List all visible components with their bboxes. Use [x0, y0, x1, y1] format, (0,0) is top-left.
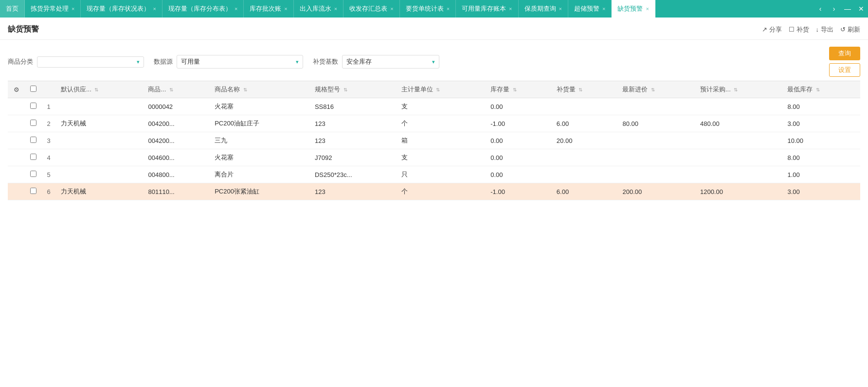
row-replenish-1 — [552, 98, 618, 115]
row-latest-price-6: 200.00 — [617, 183, 695, 200]
filter-actions: 查询 设置 — [829, 47, 860, 77]
close-tab-batch[interactable]: × — [284, 6, 287, 12]
column-stock[interactable]: 库存量 ⇅ — [486, 81, 552, 98]
shortage-table: ⚙ 默认供应... ⇅ 商品... ⇅ 商品名称 — [8, 81, 860, 200]
row-supplier-1 — [56, 98, 143, 115]
close-tab-inventory-status[interactable]: × — [153, 6, 156, 12]
replenish-button[interactable]: ☐ 补货 — [789, 25, 809, 34]
header-actions: ↗ 分享 ☐ 补货 ↓ 导出 ↺ 刷新 — [762, 25, 861, 34]
row-spec-1: SS816 — [310, 98, 397, 115]
column-name[interactable]: 商品名称 ⇅ — [210, 81, 310, 98]
row-checkbox-6[interactable] — [30, 188, 36, 194]
column-checkbox[interactable] — [25, 81, 41, 98]
row-checkbox-4[interactable] — [30, 154, 36, 160]
refresh-icon: ↺ — [840, 26, 846, 33]
row-num-3: 3 — [41, 132, 56, 149]
row-stock-1: 0.00 — [486, 98, 552, 115]
replenish-base-select[interactable]: 安全库存 ▾ — [342, 55, 439, 69]
row-code-5: 004800... — [143, 166, 210, 183]
row-checkbox-cell-3[interactable] — [25, 132, 41, 149]
nav-arrow-right[interactable]: › — [827, 0, 841, 18]
row-checkbox-3[interactable] — [30, 137, 36, 143]
tab-expiry[interactable]: 保质期查询 × — [519, 0, 568, 18]
sort-name-icon: ⇅ — [243, 87, 247, 92]
sort-latest-price-icon: ⇅ — [651, 87, 655, 92]
select-all-checkbox[interactable] — [30, 86, 36, 92]
row-supplier-6: 力天机械 — [56, 183, 143, 200]
close-tab-overstock[interactable]: × — [602, 6, 605, 12]
column-estimated-purchase[interactable]: 预计采购... ⇅ — [695, 81, 782, 98]
row-settings-1 — [8, 98, 25, 115]
nav-pin[interactable]: — — [841, 0, 854, 18]
close-tab-inout[interactable]: × — [334, 6, 337, 12]
row-latest-price-3 — [617, 132, 695, 149]
datasource-select[interactable]: 可用量 ▾ — [177, 55, 303, 69]
close-tab-requisition[interactable]: × — [447, 6, 450, 12]
row-checkbox-cell-5[interactable] — [25, 166, 41, 183]
share-button[interactable]: ↗ 分享 — [762, 25, 782, 34]
column-latest-price[interactable]: 最新进价 ⇅ — [617, 81, 695, 98]
tab-home[interactable]: 首页 — [0, 0, 25, 18]
column-spec[interactable]: 规格型号 ⇅ — [310, 81, 397, 98]
row-checkbox-5[interactable] — [30, 171, 36, 177]
refresh-button[interactable]: ↺ 刷新 — [840, 25, 860, 34]
tab-summary[interactable]: 收发存汇总表 × — [344, 0, 399, 18]
row-name-5: 离合片 — [210, 166, 310, 183]
column-min-stock[interactable]: 最低库存 ⇅ — [782, 81, 860, 98]
category-select[interactable]: ▾ — [37, 56, 144, 68]
close-tab-expiry[interactable]: × — [559, 6, 562, 12]
row-estimated-purchase-4 — [695, 149, 782, 166]
tab-batch[interactable]: 库存批次账 × — [244, 0, 293, 18]
row-num-1: 1 — [41, 98, 56, 115]
row-checkbox-2[interactable] — [30, 120, 36, 126]
nav-close-all[interactable]: ✕ — [854, 0, 868, 18]
page-title: 缺货预警 — [8, 24, 39, 35]
column-unit[interactable]: 主计量单位 ⇅ — [397, 81, 486, 98]
sort-unit-icon: ⇅ — [436, 87, 440, 92]
row-checkbox-cell-2[interactable] — [25, 115, 41, 132]
column-settings[interactable]: ⚙ — [8, 81, 25, 98]
close-tab-picking[interactable]: × — [72, 6, 74, 12]
row-num-5: 5 — [41, 166, 56, 183]
nav-arrows: ‹ › — ✕ — [814, 0, 868, 18]
tab-picking[interactable]: 拣货异常处理 × — [25, 0, 81, 18]
row-spec-6: 123 — [310, 183, 397, 200]
tab-inout[interactable]: 出入库流水 × — [294, 0, 344, 18]
row-num-4: 4 — [41, 149, 56, 166]
datasource-label: 数据源 — [154, 57, 173, 66]
column-replenish[interactable]: 补货量 ⇅ — [552, 81, 618, 98]
row-stock-4: 0.00 — [486, 149, 552, 166]
nav-arrow-left[interactable]: ‹ — [814, 0, 827, 18]
export-button[interactable]: ↓ 导出 — [816, 25, 834, 34]
row-supplier-5 — [56, 166, 143, 183]
close-tab-summary[interactable]: × — [390, 6, 393, 12]
row-replenish-4 — [552, 149, 618, 166]
tab-available[interactable]: 可用量库存账本 × — [456, 0, 518, 18]
close-tab-shortage[interactable]: × — [646, 6, 649, 12]
replenish-base-chevron-icon: ▾ — [432, 59, 435, 65]
close-tab-available[interactable]: × — [509, 6, 512, 12]
row-min-stock-2: 3.00 — [782, 115, 860, 132]
row-checkbox-cell-6[interactable] — [25, 183, 41, 200]
row-estimated-purchase-2: 480.00 — [695, 115, 782, 132]
tab-shortage[interactable]: 缺货预警 × — [612, 0, 655, 18]
tab-inventory-dist[interactable]: 现存量（库存分布表） × — [163, 0, 244, 18]
row-stock-6: -1.00 — [486, 183, 552, 200]
row-checkbox-1[interactable] — [30, 103, 36, 109]
close-tab-inventory-dist[interactable]: × — [235, 6, 237, 12]
column-supplier[interactable]: 默认供应... ⇅ — [56, 81, 143, 98]
column-code[interactable]: 商品... ⇅ — [143, 81, 210, 98]
row-settings-3 — [8, 132, 25, 149]
row-checkbox-cell-1[interactable] — [25, 98, 41, 115]
table-row: 2 力天机械 004200... PC200油缸庄子 123 个 -1.00 6… — [8, 115, 860, 132]
tab-inventory-status[interactable]: 现存量（库存状况表） × — [81, 0, 162, 18]
settings-button[interactable]: 设置 — [829, 63, 860, 77]
sort-min-stock-icon: ⇅ — [816, 87, 820, 92]
row-checkbox-cell-4[interactable] — [25, 149, 41, 166]
query-button[interactable]: 查询 — [829, 47, 860, 60]
tab-requisition[interactable]: 要货单统计表 × — [400, 0, 456, 18]
filter-bar: 商品分类 ▾ 数据源 可用量 ▾ 补货基数 安全库存 ▾ 查询 设置 — [0, 40, 868, 81]
row-estimated-purchase-3 — [695, 132, 782, 149]
tab-overstock[interactable]: 超储预警 × — [568, 0, 612, 18]
row-latest-price-5 — [617, 166, 695, 183]
